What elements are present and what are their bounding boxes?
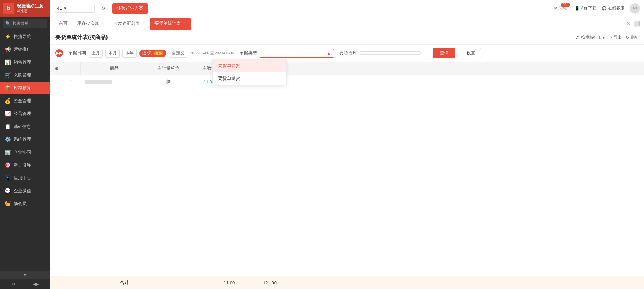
sidebar-item-guide[interactable]: 🎯 新手引导: [0, 159, 50, 172]
sidebar-item-label: 销售管理: [14, 59, 31, 65]
app-title: 畅捷通好生意: [17, 3, 43, 9]
tab-receive-summary[interactable]: 收发存汇总表 ✕: [109, 18, 150, 30]
sidebar-item-label: 新手引导: [14, 162, 31, 168]
enterprise-icon: 🏢: [5, 149, 11, 155]
tab-requisition-stats[interactable]: 要货单统计表 ✕: [150, 18, 191, 30]
top-header: 41 ▾ ⚙ 体验行业方案 ✉ 消息 99+ 📱 App下载 🎧 在线客服 Ri…: [50, 0, 644, 17]
search-label: 搜索菜单: [13, 21, 29, 26]
filter-expand-btn[interactable]: ▶▶: [55, 49, 63, 57]
col-index: [64, 62, 80, 75]
refresh-icon: ↻: [626, 35, 629, 40]
messages-badge: 99+: [561, 3, 570, 7]
col-unit: 主计量单位: [148, 62, 189, 75]
header-settings-button[interactable]: ⚙: [99, 4, 108, 13]
sidebar-scroll-down[interactable]: ▼: [0, 271, 50, 279]
avatar[interactable]: Rit: [630, 3, 640, 14]
type-input[interactable]: ▲: [260, 49, 334, 58]
footer-quantity: 11.00: [209, 280, 249, 285]
tab-requisition-stats-close[interactable]: ✕: [183, 21, 186, 25]
warehouse-label: 要货仓库: [339, 50, 357, 56]
sidebar-item-basic[interactable]: 📋 基础信息: [0, 120, 50, 133]
sidebar-item-app-center[interactable]: 📱 应用中心: [0, 172, 50, 184]
headset-icon: 🎧: [602, 6, 607, 11]
tab-inventory-batch[interactable]: 库存批次账 ✕: [72, 18, 109, 30]
page-body: 要货单统计表(按商品) 🖨 按模板打印 ▾ ↗ 导出 ↻ 刷新: [50, 30, 644, 289]
date-btn-custom[interactable]: 自定义: [169, 49, 187, 58]
sidebar-item-sales[interactable]: 📊 销售管理: [0, 56, 50, 69]
table-row: 1 块 11.00 121.00: [50, 75, 644, 88]
sidebar-item-label: 快捷导航: [14, 34, 31, 40]
warehouse-input[interactable]: [360, 51, 421, 55]
refresh-btn[interactable]: ↻ 刷新: [626, 35, 639, 40]
dropdown-item-requisition-return[interactable]: 要货单退货: [213, 72, 286, 85]
date-filter-group: 单据日期 上月 本月 本年 近7天 更多 自定义 2023-05-06 至 20…: [68, 49, 234, 58]
app-download-btn[interactable]: 📱 App下载: [575, 5, 596, 11]
sidebar-item-inventory[interactable]: 📦 库存核算: [0, 82, 50, 94]
marketing-icon: 📢: [5, 46, 11, 52]
message-icon: ✉: [554, 6, 557, 11]
print-template-btn[interactable]: 🖨 按模板打印 ▾: [576, 35, 605, 40]
tab-inventory-batch-close[interactable]: ✕: [101, 21, 104, 25]
sidebar-item-purchase[interactable]: 🛒 采购管理: [0, 69, 50, 82]
export-btn[interactable]: ↗ 导出: [609, 35, 622, 40]
tab-home[interactable]: 首页: [54, 18, 72, 30]
sidebar-item-label: 应用中心: [14, 175, 31, 181]
sidebar-item-wechat[interactable]: 💬 企业微信: [0, 184, 50, 197]
search-icon: 🔍: [5, 21, 11, 26]
header-right: ✉ 消息 99+ 📱 App下载 🎧 在线客服 Rit: [554, 3, 640, 14]
sidebar-item-operations[interactable]: 📈 经营管理: [0, 107, 50, 120]
collapse-icon: ◀▶: [33, 282, 39, 286]
store-selector[interactable]: 41 ▾: [54, 4, 95, 13]
type-filter-group: 单据类型 ▲: [239, 49, 334, 58]
messages-btn[interactable]: ✉ 消息 99+: [554, 5, 567, 11]
col-extra: [270, 62, 644, 75]
sidebar-item-marketing[interactable]: 📢 营销推广: [0, 43, 50, 56]
col-product: 商品: [80, 62, 148, 75]
footer-amount: 121.00: [249, 280, 290, 285]
sidebar-item-label: 企业协同: [14, 149, 31, 155]
avatar-text: Rit: [633, 6, 637, 10]
settings-button[interactable]: 设置: [461, 48, 481, 58]
sidebar-item-label: 资金管理: [14, 98, 31, 104]
query-button[interactable]: 查询: [433, 48, 455, 58]
date-btn-this-year[interactable]: 本年: [122, 49, 137, 58]
date-btn-this-month[interactable]: 本月: [105, 49, 120, 58]
sidebar-item-label: 采购管理: [14, 72, 31, 78]
sidebar-item-system[interactable]: ⚙️ 系统管理: [0, 133, 50, 146]
sidebar-item-enterprise[interactable]: 🏢 企业协同: [0, 146, 50, 159]
col-settings[interactable]: ⚙: [50, 62, 64, 75]
sidebar-nav: ⚡ 快捷导航 📢 营销推广 📊 销售管理 🛒 采购管理 📦 库存核算 💰 资金管…: [0, 30, 50, 271]
dropdown-item-requisition-order[interactable]: 要货单要货: [213, 59, 286, 72]
app-title-group: 畅捷通好生意 标准版: [17, 3, 43, 14]
online-service-label: 在线客服: [608, 5, 624, 11]
sidebar-search[interactable]: 🔍 搜索菜单: [3, 19, 47, 28]
online-service-btn[interactable]: 🎧 在线客服: [602, 5, 624, 11]
tab-requisition-stats-label: 要货单统计表: [154, 20, 181, 26]
maximize-window-btn[interactable]: ⬜: [633, 20, 640, 27]
sidebar-item-label: 企业微信: [14, 188, 31, 194]
inventory-icon: 📦: [5, 85, 11, 91]
more-filters-btn[interactable]: ···: [423, 50, 428, 56]
industry-btn[interactable]: 体验行业方案: [112, 3, 148, 14]
sidebar-header: b 畅捷通好生意 标准版: [0, 0, 50, 17]
main-content: 41 ▾ ⚙ 体验行业方案 ✉ 消息 99+ 📱 App下载 🎧 在线客服 Ri…: [50, 0, 644, 289]
chevron-down-icon: ▾: [603, 35, 605, 40]
guide-icon: 🎯: [5, 162, 11, 168]
date-btn-recent7[interactable]: 近7天 更多: [139, 50, 166, 57]
sidebar-item-finance[interactable]: 💰 资金管理: [0, 94, 50, 107]
hot-badge: 更多: [154, 51, 163, 55]
sidebar-item-member[interactable]: 👑 畅会员: [0, 197, 50, 210]
close-window-btn[interactable]: ✕: [626, 20, 630, 27]
date-btn-last-month[interactable]: 上月: [89, 49, 103, 58]
page-container: 要货单统计表(按商品) 🖨 按模板打印 ▾ ↗ 导出 ↻ 刷新: [50, 30, 644, 289]
finance-icon: 💰: [5, 98, 11, 104]
sidebar-item-quick-nav[interactable]: ⚡ 快捷导航: [0, 30, 50, 43]
sidebar-settings-btn[interactable]: ⚙: [12, 282, 15, 286]
row-settings-cell: [50, 75, 64, 88]
row-extra-cell: [270, 75, 644, 88]
tab-receive-summary-close[interactable]: ✕: [142, 21, 145, 25]
product-placeholder: [85, 80, 112, 84]
recent7-label: 近7天: [142, 51, 152, 55]
page-title-bar: 要货单统计表(按商品) 🖨 按模板打印 ▾ ↗ 导出 ↻ 刷新: [50, 30, 644, 45]
sidebar-collapse-btn[interactable]: ◀▶: [33, 282, 39, 286]
